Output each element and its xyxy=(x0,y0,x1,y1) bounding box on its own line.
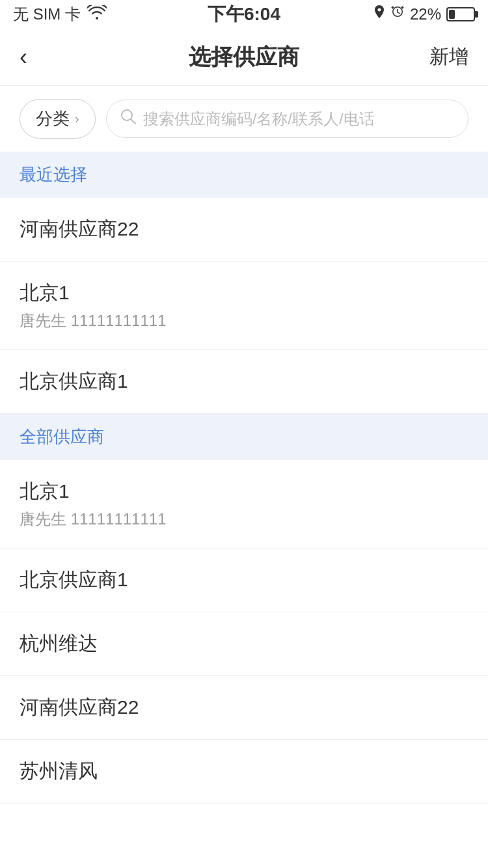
all-list: 北京1 唐先生 11111111111 北京供应商1 杭州维达 河南供应商22 … xyxy=(0,460,488,804)
item-name: 北京供应商1 xyxy=(20,368,468,395)
filter-bar: 分类 › 搜索供应商编码/名称/联系人/电话 xyxy=(0,86,488,152)
add-button[interactable]: 新增 xyxy=(429,44,468,70)
category-button[interactable]: 分类 › xyxy=(20,99,96,139)
wifi-icon xyxy=(87,5,107,23)
list-item[interactable]: 北京供应商1 xyxy=(0,549,488,612)
search-icon xyxy=(120,108,137,129)
status-right: 22% xyxy=(373,5,475,23)
page-title: 选择供应商 xyxy=(189,42,299,72)
category-label: 分类 xyxy=(36,107,70,130)
list-item[interactable]: 北京1 唐先生 11111111111 xyxy=(0,262,488,350)
item-name: 杭州维达 xyxy=(20,631,468,657)
item-name: 北京供应商1 xyxy=(20,567,468,593)
status-bar: 无 SIM 卡 下午6:04 22% xyxy=(0,0,488,29)
recent-section-header: 最近选择 xyxy=(0,152,488,198)
list-item[interactable]: 北京供应商1 xyxy=(0,350,488,414)
list-item[interactable]: 杭州维达 xyxy=(0,612,488,676)
search-box[interactable]: 搜索供应商编码/名称/联系人/电话 xyxy=(106,100,468,138)
all-section-label: 全部供应商 xyxy=(20,427,104,446)
item-name: 河南供应商22 xyxy=(20,216,468,243)
item-name: 北京1 xyxy=(20,478,468,505)
item-name: 北京1 xyxy=(20,280,468,306)
no-sim-label: 无 SIM 卡 xyxy=(13,4,81,25)
status-left: 无 SIM 卡 xyxy=(13,4,107,25)
status-time: 下午6:04 xyxy=(208,2,280,27)
recent-section-label: 最近选择 xyxy=(20,165,87,184)
back-button[interactable]: ‹ xyxy=(20,44,59,71)
battery-icon xyxy=(446,7,475,21)
list-item[interactable]: 北京1 唐先生 11111111111 xyxy=(0,460,488,549)
search-placeholder: 搜索供应商编码/名称/联系人/电话 xyxy=(143,109,375,129)
nav-bar: ‹ 选择供应商 新增 xyxy=(0,29,488,86)
chevron-right-icon: › xyxy=(75,111,79,126)
svg-line-1 xyxy=(131,119,135,124)
battery-fill xyxy=(449,10,455,19)
list-item[interactable]: 河南供应商22 xyxy=(0,198,488,262)
item-name: 苏州清风 xyxy=(20,758,468,785)
recent-list: 河南供应商22 北京1 唐先生 11111111111 北京供应商1 xyxy=(0,198,488,414)
list-item[interactable]: 河南供应商22 xyxy=(0,676,488,740)
all-section-header: 全部供应商 xyxy=(0,414,488,460)
location-icon xyxy=(373,5,385,23)
list-item[interactable]: 苏州清风 xyxy=(0,740,488,804)
item-name: 河南供应商22 xyxy=(20,694,468,721)
alarm-icon xyxy=(390,5,405,23)
item-sub: 唐先生 11111111111 xyxy=(20,509,468,530)
item-sub: 唐先生 11111111111 xyxy=(20,310,468,331)
battery-percent: 22% xyxy=(410,5,441,23)
